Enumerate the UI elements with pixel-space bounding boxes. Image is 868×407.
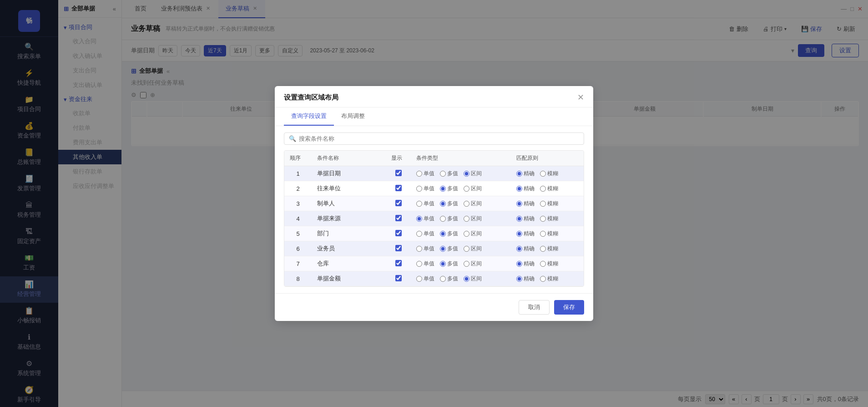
match-radio[interactable] bbox=[540, 261, 546, 267]
type-radio-label[interactable]: 区间 bbox=[464, 230, 482, 238]
match-radio[interactable] bbox=[516, 276, 522, 282]
match-radio[interactable] bbox=[540, 216, 546, 222]
modal-tab-layout[interactable]: 布局调整 bbox=[334, 107, 372, 126]
modal-table-container[interactable]: 顺序 条件名称 显示 条件类型 匹配原则 1单据日期单值多值区间精确模糊2往来单… bbox=[284, 150, 584, 287]
match-radio-label[interactable]: 精确 bbox=[516, 215, 535, 223]
type-radio[interactable] bbox=[416, 186, 422, 192]
type-radio[interactable] bbox=[464, 246, 469, 252]
type-radio[interactable] bbox=[464, 216, 469, 222]
type-radio-label[interactable]: 多值 bbox=[440, 275, 458, 283]
type-radio-label[interactable]: 多值 bbox=[440, 260, 458, 268]
type-radio-label[interactable]: 区间 bbox=[464, 215, 482, 223]
type-radio-label[interactable]: 单值 bbox=[416, 215, 434, 223]
show-checkbox[interactable] bbox=[395, 230, 402, 236]
modal-save-button[interactable]: 保存 bbox=[554, 300, 584, 315]
type-radio[interactable] bbox=[416, 201, 422, 207]
match-radio-label[interactable]: 模糊 bbox=[540, 260, 558, 268]
type-radio-label[interactable]: 区间 bbox=[464, 275, 482, 283]
type-radio-label[interactable]: 区间 bbox=[464, 185, 482, 193]
show-checkbox[interactable] bbox=[395, 215, 402, 221]
match-radio-label[interactable]: 精确 bbox=[516, 275, 535, 283]
type-radio[interactable] bbox=[464, 171, 469, 177]
type-radio-label[interactable]: 区间 bbox=[464, 170, 482, 178]
type-radio[interactable] bbox=[416, 216, 422, 222]
type-radio-label[interactable]: 区间 bbox=[464, 200, 482, 208]
match-radio[interactable] bbox=[516, 171, 522, 177]
match-radio-label[interactable]: 精确 bbox=[516, 200, 535, 208]
match-radio-label[interactable]: 精确 bbox=[516, 170, 535, 178]
match-radio[interactable] bbox=[516, 186, 522, 192]
type-radio-label[interactable]: 多值 bbox=[440, 230, 458, 238]
type-radio[interactable] bbox=[464, 276, 469, 282]
type-radio-label[interactable]: 单值 bbox=[416, 185, 434, 193]
table-row: 9备注单值多值区间精确模糊 bbox=[284, 286, 584, 287]
type-radio-label[interactable]: 单值 bbox=[416, 200, 434, 208]
match-radio[interactable] bbox=[516, 216, 522, 222]
type-radio[interactable] bbox=[440, 216, 446, 222]
type-radio-label[interactable]: 单值 bbox=[416, 170, 434, 178]
modal-close-button[interactable]: ✕ bbox=[577, 92, 584, 102]
type-radio[interactable] bbox=[464, 231, 469, 237]
match-radio-label[interactable]: 精确 bbox=[516, 230, 535, 238]
type-radio-label[interactable]: 多值 bbox=[440, 245, 458, 253]
cell-condition-name: 单据来源 bbox=[312, 211, 386, 226]
type-radio[interactable] bbox=[464, 201, 469, 207]
type-radio[interactable] bbox=[440, 186, 446, 192]
type-radio[interactable] bbox=[416, 261, 422, 267]
type-radio[interactable] bbox=[440, 276, 446, 282]
type-radio[interactable] bbox=[416, 171, 422, 177]
type-radio-label[interactable]: 单值 bbox=[416, 260, 434, 268]
type-radio-label[interactable]: 多值 bbox=[440, 185, 458, 193]
cell-condition-name: 制单人 bbox=[312, 196, 386, 211]
type-radio-label[interactable]: 多值 bbox=[440, 215, 458, 223]
table-row: 2往来单位单值多值区间精确模糊 bbox=[284, 181, 584, 196]
match-radio-label[interactable]: 模糊 bbox=[540, 245, 558, 253]
show-checkbox[interactable] bbox=[395, 275, 402, 281]
match-radio[interactable] bbox=[516, 201, 522, 207]
show-checkbox[interactable] bbox=[395, 200, 402, 206]
type-radio-label[interactable]: 多值 bbox=[440, 170, 458, 178]
type-radio[interactable] bbox=[440, 231, 446, 237]
match-radio[interactable] bbox=[540, 171, 546, 177]
match-radio-label[interactable]: 模糊 bbox=[540, 230, 558, 238]
type-radio[interactable] bbox=[464, 186, 469, 192]
type-radio[interactable] bbox=[440, 261, 446, 267]
type-radio-label[interactable]: 区间 bbox=[464, 260, 482, 268]
match-radio[interactable] bbox=[540, 201, 546, 207]
show-checkbox[interactable] bbox=[395, 260, 402, 266]
match-radio[interactable] bbox=[516, 246, 522, 252]
type-radio-label[interactable]: 多值 bbox=[440, 200, 458, 208]
match-radio-label[interactable]: 模糊 bbox=[540, 215, 558, 223]
type-radio[interactable] bbox=[440, 171, 446, 177]
match-radio-label[interactable]: 模糊 bbox=[540, 275, 558, 283]
type-radio-label[interactable]: 单值 bbox=[416, 230, 434, 238]
match-radio-label[interactable]: 模糊 bbox=[540, 185, 558, 193]
type-radio[interactable] bbox=[416, 231, 422, 237]
type-radio[interactable] bbox=[440, 201, 446, 207]
modal-tab-query[interactable]: 查询字段设置 bbox=[284, 107, 334, 126]
cancel-button[interactable]: 取消 bbox=[519, 300, 550, 315]
match-radio-label[interactable]: 精确 bbox=[516, 260, 535, 268]
type-radio[interactable] bbox=[464, 261, 469, 267]
type-radio[interactable] bbox=[416, 276, 422, 282]
show-checkbox[interactable] bbox=[395, 245, 402, 251]
type-radio[interactable] bbox=[440, 246, 446, 252]
type-radio-label[interactable]: 单值 bbox=[416, 245, 434, 253]
type-radio-label[interactable]: 单值 bbox=[416, 275, 434, 283]
modal-search-input[interactable] bbox=[299, 135, 579, 142]
match-radio-label[interactable]: 模糊 bbox=[540, 200, 558, 208]
match-radio-label[interactable]: 模糊 bbox=[540, 170, 558, 178]
show-checkbox[interactable] bbox=[395, 170, 402, 176]
match-radio[interactable] bbox=[540, 231, 546, 237]
match-radio-label[interactable]: 精确 bbox=[516, 245, 535, 253]
match-radio[interactable] bbox=[516, 231, 522, 237]
match-radio[interactable] bbox=[540, 186, 546, 192]
match-radio[interactable] bbox=[540, 276, 546, 282]
type-radio-label[interactable]: 区间 bbox=[464, 245, 482, 253]
match-radio-label[interactable]: 精确 bbox=[516, 185, 535, 193]
match-radio[interactable] bbox=[540, 246, 546, 252]
show-checkbox[interactable] bbox=[395, 185, 402, 191]
modal-search-bar[interactable]: 🔍 bbox=[284, 132, 584, 145]
match-radio[interactable] bbox=[516, 261, 522, 267]
type-radio[interactable] bbox=[416, 246, 422, 252]
